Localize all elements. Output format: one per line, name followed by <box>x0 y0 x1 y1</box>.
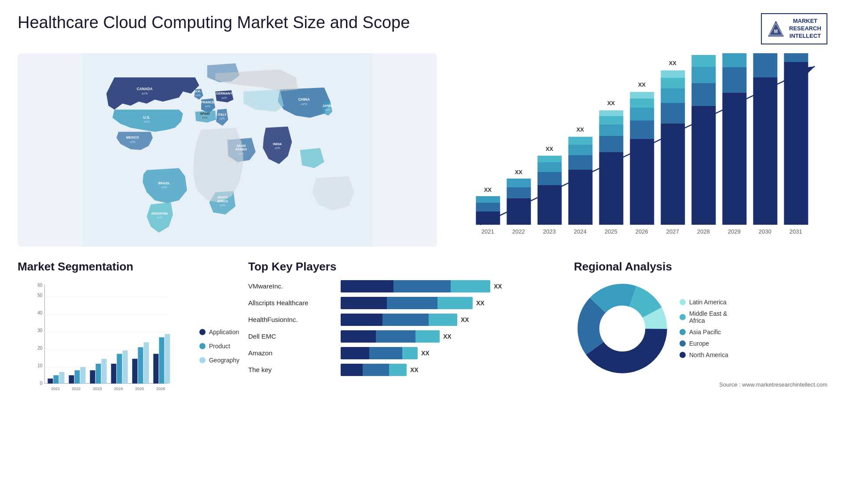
player-bar-seg2 <box>369 347 402 359</box>
svg-text:2026: 2026 <box>156 387 165 391</box>
svg-text:U.S.: U.S. <box>143 115 150 119</box>
player-bar <box>341 364 407 376</box>
svg-text:0: 0 <box>40 381 43 386</box>
svg-point-144 <box>601 307 644 350</box>
svg-text:XX: XX <box>607 100 615 106</box>
svg-rect-93 <box>753 53 778 77</box>
svg-rect-60 <box>599 152 624 225</box>
svg-text:ARGENTINA: ARGENTINA <box>151 212 168 215</box>
svg-text:M: M <box>774 29 778 34</box>
player-name: Allscripts Healthcare <box>248 299 336 307</box>
svg-text:XX: XX <box>669 60 677 66</box>
svg-text:ITALY: ITALY <box>218 113 227 117</box>
seg-chart-container: 0 10 20 30 40 50 60 <box>18 280 191 403</box>
svg-rect-76 <box>661 88 685 103</box>
legend-dot-middle-east-africa <box>680 314 686 320</box>
svg-rect-88 <box>723 67 747 93</box>
player-name: HealthFusionInc. <box>248 316 336 323</box>
svg-text:xx%: xx% <box>220 204 225 207</box>
legend-north-america: North America <box>680 351 728 358</box>
svg-rect-48 <box>538 185 562 225</box>
segmentation-title: Market Segmentation <box>18 260 239 274</box>
regional-section: Regional Analysis <box>574 260 827 403</box>
legend-latin-america: Latin America <box>680 299 728 306</box>
svg-text:2028: 2028 <box>697 228 710 235</box>
growth-chart-section: XX 2021 XX 2022 XX 2023 XX 2024 <box>446 53 827 247</box>
player-row: Dell EMC XX <box>248 330 565 343</box>
svg-text:2024: 2024 <box>574 228 587 235</box>
legend-dot-europe <box>680 340 686 347</box>
players-list: VMwareInc. XX Allscripts Healthcare <box>248 280 565 376</box>
legend-label-europe: Europe <box>689 340 709 347</box>
svg-rect-78 <box>661 70 685 78</box>
legend-label-geography: Geography <box>209 357 239 364</box>
legend-dot-north-america <box>680 352 686 358</box>
svg-text:XX: XX <box>515 169 523 175</box>
legend-label-product: Product <box>209 343 230 350</box>
seg-chart-svg: 0 10 20 30 40 50 60 <box>18 280 191 403</box>
svg-rect-68 <box>630 121 654 139</box>
player-bar-container: XX <box>341 297 565 309</box>
top-section: CANADA xx% U.S. xx% MEXICO xx% BRAZIL xx… <box>18 53 827 247</box>
svg-text:BRAZIL: BRAZIL <box>158 181 170 185</box>
svg-rect-97 <box>784 53 808 62</box>
svg-text:2022: 2022 <box>72 387 81 391</box>
svg-text:FRANCE: FRANCE <box>201 100 214 104</box>
svg-text:xx%: xx% <box>221 96 227 99</box>
player-name: Amazon <box>248 349 336 357</box>
player-bar <box>341 280 490 292</box>
player-name: Dell EMC <box>248 332 336 340</box>
svg-text:SAUDI: SAUDI <box>236 144 246 147</box>
svg-rect-49 <box>538 172 562 185</box>
svg-rect-89 <box>723 53 747 67</box>
svg-rect-84 <box>692 55 716 67</box>
player-bar <box>341 347 418 359</box>
player-bar <box>341 330 440 343</box>
svg-text:xx%: xx% <box>325 108 330 111</box>
svg-text:2023: 2023 <box>543 228 556 235</box>
segmentation-section: Market Segmentation 0 10 20 30 40 50 60 <box>18 260 239 403</box>
players-title: Top Key Players <box>248 260 565 274</box>
svg-rect-82 <box>692 83 716 106</box>
player-xx: XX <box>476 299 485 307</box>
svg-rect-38 <box>476 212 500 225</box>
svg-rect-50 <box>538 162 562 172</box>
svg-text:40: 40 <box>37 310 43 315</box>
player-bar-seg2 <box>382 314 429 326</box>
legend-label-north-america: North America <box>689 351 728 358</box>
svg-text:30: 30 <box>37 328 43 333</box>
svg-rect-51 <box>538 156 562 162</box>
svg-rect-75 <box>661 103 685 124</box>
svg-rect-61 <box>599 136 624 152</box>
svg-text:xx%: xx% <box>301 102 307 106</box>
svg-rect-77 <box>661 78 685 88</box>
player-row: The key XX <box>248 364 565 376</box>
svg-rect-137 <box>165 334 170 383</box>
svg-rect-87 <box>723 93 747 225</box>
player-bar-container: XX <box>341 364 565 376</box>
player-row: Allscripts Healthcare XX <box>248 297 565 309</box>
player-name: The key <box>248 366 336 373</box>
svg-rect-74 <box>661 124 685 225</box>
svg-text:2026: 2026 <box>636 228 648 235</box>
svg-rect-129 <box>122 351 128 383</box>
svg-text:2029: 2029 <box>728 228 741 235</box>
svg-rect-125 <box>101 358 107 383</box>
svg-rect-116 <box>53 375 59 383</box>
legend-product: Product <box>199 343 239 350</box>
svg-text:xx%: xx% <box>143 119 150 123</box>
svg-rect-133 <box>143 342 149 383</box>
svg-text:XX: XX <box>638 81 646 88</box>
svg-rect-70 <box>630 99 654 108</box>
map-section: CANADA xx% U.S. xx% MEXICO xx% BRAZIL xx… <box>18 53 437 247</box>
svg-text:AFRICA: AFRICA <box>217 200 228 203</box>
regional-container: Latin America Middle East &Africa Asia P… <box>574 280 827 377</box>
svg-text:xx%: xx% <box>157 216 162 219</box>
svg-rect-128 <box>117 354 122 383</box>
svg-rect-127 <box>111 364 116 383</box>
svg-text:XX: XX <box>700 53 708 55</box>
bottom-section: Market Segmentation 0 10 20 30 40 50 60 <box>18 260 827 403</box>
svg-text:2023: 2023 <box>93 387 102 391</box>
legend-dot-product <box>199 343 206 349</box>
player-bar-seg1 <box>341 347 369 359</box>
